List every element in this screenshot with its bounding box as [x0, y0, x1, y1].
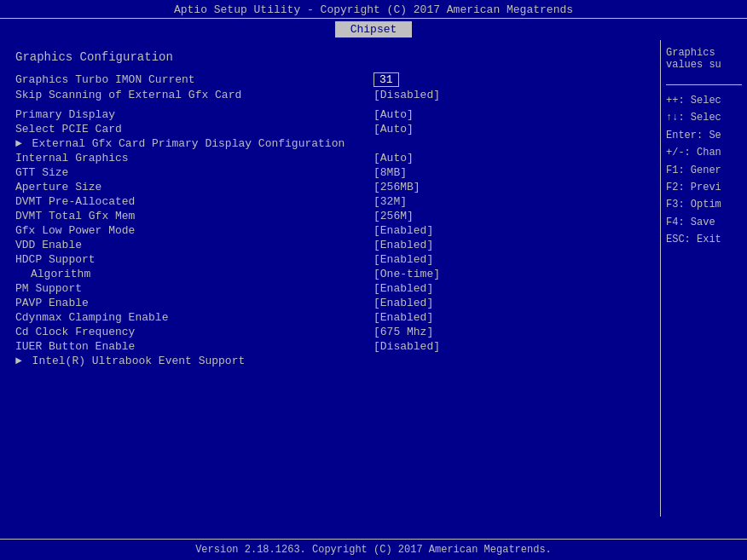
arrow-icon: ►: [15, 355, 29, 367]
config-value: [256M]: [374, 210, 414, 222]
config-value: [8MB]: [374, 166, 407, 179]
config-value: [32M]: [374, 195, 407, 208]
config-row: Gfx Low Power Mode[Enabled]: [15, 224, 645, 237]
config-row: PAVP Enable[Enabled]: [15, 297, 645, 309]
key-hint: ++: Selec: [666, 92, 742, 109]
config-value: [One-time]: [374, 268, 440, 280]
right-panel: Graphics values su ++: Selec↑↓: SelecEnt…: [660, 40, 747, 517]
config-value: [Enabled]: [374, 253, 433, 266]
content-panel: Graphics Configuration Graphics Turbo IM…: [0, 40, 660, 517]
bottom-text: Version 2.18.1263. Copyright (C) 2017 Am…: [195, 544, 552, 556]
key-hint: F2: Previ: [666, 179, 742, 196]
config-row: VDD Enable[Enabled]: [15, 239, 645, 251]
config-row: ► External Gfx Card Primary Display Conf…: [15, 137, 645, 150]
config-value: [Enabled]: [374, 224, 433, 237]
config-row: HDCP Support[Enabled]: [15, 253, 645, 266]
tab-chipset[interactable]: Chipset: [335, 21, 413, 38]
key-hint: Enter: Se: [666, 127, 742, 144]
config-row: ► Intel(R) Ultrabook Event Support: [15, 355, 645, 367]
section-title: Graphics Configuration: [15, 50, 645, 64]
config-row: GTT Size[8MB]: [15, 166, 645, 179]
config-value: [Auto]: [374, 108, 414, 121]
right-panel-line1: Graphics: [666, 47, 742, 59]
config-row: DVMT Total Gfx Mem[256M]: [15, 210, 645, 222]
config-value: [256MB]: [374, 181, 420, 193]
right-keys: ++: Selec↑↓: SelecEnter: Se+/-: ChanF1: …: [666, 92, 742, 249]
config-row: Cdynmax Clamping Enable[Enabled]: [15, 311, 645, 324]
key-hint: +/-: Chan: [666, 144, 742, 161]
config-value: [675 Mhz]: [374, 326, 433, 338]
config-value: [Auto]: [374, 123, 414, 136]
top-bar: Aptio Setup Utility - Copyright (C) 2017…: [0, 0, 747, 19]
config-value[interactable]: 31: [374, 72, 399, 87]
config-row: Internal Graphics[Auto]: [15, 152, 645, 165]
bottom-bar: Version 2.18.1263. Copyright (C) 2017 Am…: [0, 539, 747, 560]
config-row: Aperture Size[256MB]: [15, 181, 645, 193]
config-row: PM Support[Enabled]: [15, 282, 645, 295]
arrow-icon: ►: [15, 137, 29, 150]
key-hint: F1: Gener: [666, 162, 742, 179]
config-value: [Enabled]: [374, 239, 433, 251]
config-value: [Auto]: [374, 152, 414, 165]
top-bar-text: Aptio Setup Utility - Copyright (C) 2017…: [174, 3, 573, 16]
key-hint: ↑↓: Selec: [666, 109, 742, 126]
config-row: IUER Button Enable[Disabled]: [15, 340, 645, 353]
config-value: [Enabled]: [374, 297, 433, 309]
config-row: Select PCIE Card[Auto]: [15, 123, 645, 136]
key-hint: F3: Optim: [666, 196, 742, 213]
key-hint: ESC: Exit: [666, 231, 742, 248]
tab-bar: Chipset: [0, 19, 747, 40]
config-row: DVMT Pre-Allocated[32M]: [15, 195, 645, 208]
config-row: Skip Scanning of External Gfx Card[Disab…: [15, 89, 645, 101]
config-row: Primary Display[Auto]: [15, 108, 645, 121]
config-value: [Enabled]: [374, 311, 433, 324]
config-row: Cd Clock Frequency[675 Mhz]: [15, 326, 645, 338]
key-hint: F4: Save: [666, 214, 742, 231]
right-panel-line2: values su: [666, 59, 742, 71]
config-value: [Disabled]: [374, 89, 440, 101]
config-value: [Enabled]: [374, 282, 433, 295]
config-row: Graphics Turbo IMON Current31: [15, 72, 645, 87]
config-value: [Disabled]: [374, 340, 440, 353]
config-row: Algorithm[One-time]: [15, 268, 645, 280]
